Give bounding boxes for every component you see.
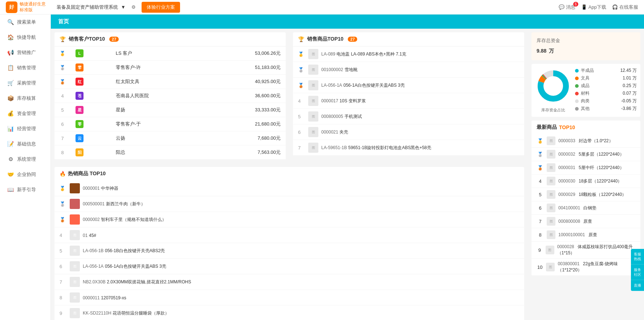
list-item: 9 图 KK-SD22110H 花语萌恒温分腿睡袋（厚款） (54, 305, 524, 320)
sidebar-item-operations[interactable]: 📊 经营管理 (0, 121, 50, 136)
product-info: KK-SD22110H 花语萌恒温分腿睡袋（厚款） (83, 310, 519, 316)
customer-hotline-button[interactable]: 客服 热线 (631, 249, 644, 264)
customer-amount-cell: 33,333.00元 (206, 103, 286, 117)
system-selector[interactable]: 装备及固定资产辅助管理系统 ▼ ⚙ 体验行业方案 (57, 2, 559, 13)
donut-chart-svg (535, 68, 571, 104)
product-info: 000500001 新西兰牛肉（新牛） (83, 201, 519, 207)
list-item: 🥈 000500001 新西兰牛肉（新牛） (54, 196, 524, 212)
inventory-unit: 万 (549, 48, 554, 54)
sidebar-item-finance[interactable]: 💰 资金管理 (0, 106, 50, 121)
product-code: LA-056-1A (321, 83, 342, 88)
list-item: 4 图 0000030 18多层（1220*2440） (531, 175, 640, 188)
table-row: 🥈 零 零售客户-许 51,183.00元 (54, 61, 286, 75)
customer-badge-cell: 零 (70, 117, 111, 131)
right-panel: 库存总资金 9.88 万 (528, 29, 644, 320)
table-row: 5 星 星扬 33,333.00元 (54, 103, 286, 117)
customer-avatar: 云 (76, 134, 83, 142)
product-image (70, 199, 80, 209)
product-code: 001000002 (321, 67, 343, 72)
product-details: 0000017 10S 变料罗浆 (321, 98, 519, 104)
operations-icon: 📊 (7, 126, 14, 132)
product-name: 原查 (588, 232, 597, 237)
marketing-icon: 📢 (7, 49, 14, 56)
sidebar-item-label: 经营管理 (17, 126, 36, 132)
customer-amount-cell: 7,563.00元 (206, 145, 286, 160)
list-item: 🥉 0000002 智利车子里（规格不知道填什么） (54, 212, 524, 227)
home-tab[interactable]: 首页 (58, 18, 69, 25)
list-item: 6 图 LA-056-1A 056-1A白色按键开关盖ABS 3壳 (54, 259, 524, 274)
table-row: 🥉 红 红太阳文具 40,925.00元 (54, 75, 286, 89)
live-stream-button[interactable]: 直播 (631, 280, 644, 291)
sidebar-item-system[interactable]: ⚙ 系统管理 (0, 152, 50, 167)
sidebar-item-inventory[interactable]: 📦 库存核算 (0, 91, 50, 106)
product-name: 056-1B白色按键开关壳ABS2壳 (105, 248, 165, 253)
legend-color-dot (575, 92, 579, 95)
sidebar-item-label: 新手引导 (17, 186, 36, 193)
product-item: 5 图 000800005 手机测试 (293, 109, 524, 124)
service-community-button[interactable]: 服务 社区 (631, 264, 644, 280)
customer-name-cell: 阳总 (111, 145, 206, 160)
sidebar-item-sales[interactable]: 📋 销售管理 (0, 60, 50, 75)
product-item: 🥇 图 LA-089 电池盖 LA-089 ABS本色+黑种 7.1克 (293, 46, 524, 62)
legend-value: 0.07 万 (623, 90, 637, 97)
sidebar-item-search[interactable]: 🔍 搜索菜单 (0, 15, 50, 30)
product-code: 000500001 (83, 201, 105, 206)
rank-indicator: 6 (60, 264, 67, 269)
rank-indicator: 5 (60, 248, 67, 254)
list-item: 7 图 NB2.0X30B 2.0X30MM双搓花轴,搓花直径2.1MM/ROH… (54, 274, 524, 290)
trophy-icon: 🏆 (60, 36, 66, 42)
online-service-button[interactable]: 🎧 在线客服 (612, 4, 638, 11)
trial-button[interactable]: 体验行业方案 (142, 2, 180, 13)
product-image (70, 183, 80, 193)
basic-icon: 📝 (7, 141, 14, 147)
list-item: 🥈 图 0000032 5厘多层（1220*2440） (531, 148, 640, 161)
customer-badge-cell: 阳 (70, 145, 111, 160)
legend-item: 材料 0.07 万 (575, 90, 637, 97)
rank-indicator: 🥈 (537, 152, 544, 157)
sales-customer-badge: 27 (109, 37, 119, 42)
product-code: 0000028 (557, 244, 574, 249)
legend-color-dot (575, 84, 579, 88)
product-code: 000800008 (558, 219, 580, 224)
sidebar-item-enterprise[interactable]: 🤝 企业协同 (0, 167, 50, 182)
customer-badge-cell: 红 (70, 75, 111, 89)
customer-avatar: 阳 (76, 148, 83, 156)
rank-indicator: 7 (537, 219, 544, 224)
settings-icon[interactable]: ⚙ (129, 2, 139, 12)
product-name: 18颗粒板（1220*2440） (579, 192, 626, 197)
sales-product-panel: 🏆 销售商品TOP10 27 🥇 图 LA-089 电池盖 LA-089 ABS… (289, 29, 528, 163)
product-details: 0000033 封边带（1.0*22） (558, 138, 613, 144)
product-details: 10000100001 原查 (558, 232, 597, 238)
customer-amount-cell: 53,006.26元 (206, 46, 286, 61)
legend-color-dot (575, 77, 579, 80)
inventory-amount-value: 9.88 (537, 48, 546, 54)
sidebar-item-marketing[interactable]: 📢 营销推广 (0, 45, 50, 60)
product-details: 001000002 雪地靴 (321, 67, 519, 73)
product-code: 000800005 (321, 114, 343, 119)
logo-text: 畅捷通好生意 标准版 (20, 1, 46, 13)
customer-avatar: 零 (76, 63, 83, 71)
trophy-icon2: 🏆 (298, 36, 304, 42)
legend-value: -0.05 万 (621, 98, 637, 104)
customer-avatar: 红 (76, 78, 83, 86)
inventory-amount-display: 9.88 万 (537, 44, 635, 55)
enterprise-icon: 🤝 (7, 171, 14, 178)
main-content: 首页 🏆 销售客户TOP10 27 (51, 15, 644, 320)
sidebar-item-basic[interactable]: 📝 基础信息 (0, 136, 50, 152)
sidebar-item-purchase[interactable]: 🛒 采购管理 (0, 75, 50, 91)
list-item: 4 图 01 45# (54, 227, 524, 243)
messages-button[interactable]: 💬 消息 6 (559, 4, 575, 11)
product-code: 0000011 (83, 295, 100, 300)
table-row: 6 零 零售客户-于 21,680.00元 (54, 117, 286, 131)
customer-badge-cell: 零 (70, 61, 111, 75)
rank-medal: 7 (298, 145, 305, 151)
sidebar-item-nav[interactable]: 🏠 快捷导航 (0, 30, 50, 45)
product-name: 5厘多层（1220*2440） (579, 152, 624, 157)
app-download-button[interactable]: 📱 App下载 (581, 4, 606, 11)
product-name: 中华神器 (101, 186, 118, 191)
finance-icon: 💰 (7, 110, 14, 117)
legend-value: -3.86 万 (621, 106, 637, 112)
product-name: 056-1A白色按键开关盖ABS 3壳 (105, 264, 166, 269)
rank-medal: 🥇 (298, 52, 305, 57)
sidebar-item-guide[interactable]: 📖 新手引导 (0, 182, 50, 197)
